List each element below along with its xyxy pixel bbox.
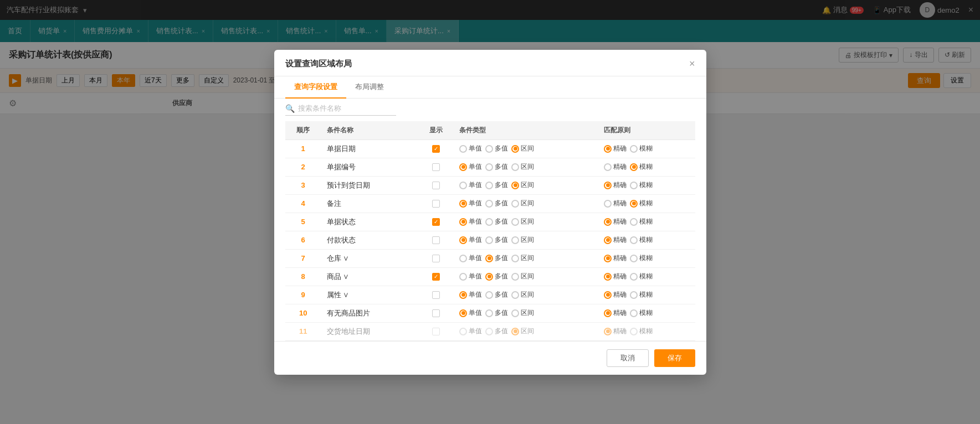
modal-tabs: 查询字段设置 布局调整 — [274, 76, 706, 99]
modal-header: 设置查询区域布局 × — [274, 50, 706, 76]
modal-overlay: 设置查询区域布局 × 查询字段设置 布局调整 🔍 顺序 — [0, 0, 980, 114]
tab-query-fields[interactable]: 查询字段设置 — [285, 76, 346, 99]
modal-search-area: 🔍 — [274, 99, 706, 115]
tab-layout-adjust[interactable]: 布局调整 — [346, 76, 393, 99]
modal-close-button[interactable]: × — [689, 59, 695, 69]
modal-title: 设置查询区域布局 — [285, 59, 352, 69]
settings-modal: 设置查询区域布局 × 查询字段设置 布局调整 🔍 顺序 — [274, 50, 706, 115]
search-input[interactable] — [298, 104, 387, 112]
search-input-wrap: 🔍 — [285, 104, 396, 115]
search-icon: 🔍 — [285, 104, 295, 113]
